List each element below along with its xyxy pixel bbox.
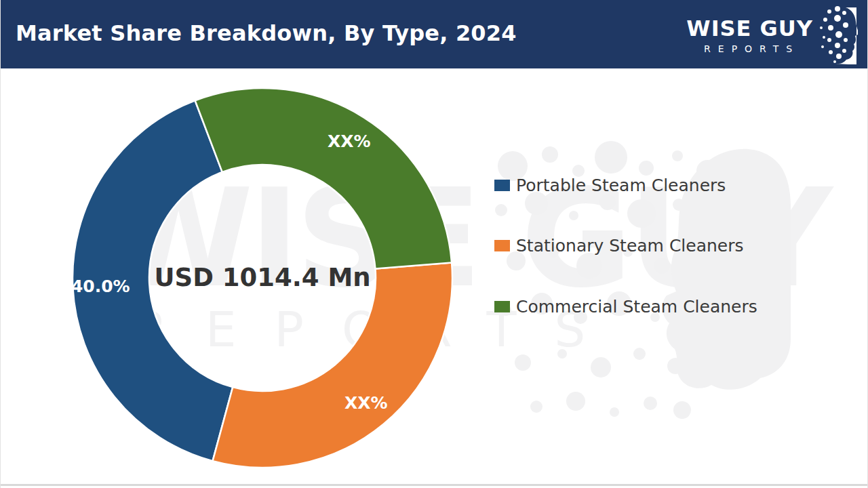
slice-percentage-label-2: XX% (344, 393, 388, 413)
slice-percentage-label-1: 40.0% (71, 277, 130, 296)
logo-subtext: REPORTS (704, 43, 800, 54)
donut-center-label: USD 1014.4 Mn (154, 263, 370, 292)
logo-wordmark: WISE GUY (686, 16, 813, 41)
legend-item-2: Stationary Steam Cleaners (494, 235, 744, 256)
brand-logo: WISE GUY REPORTS (686, 4, 858, 65)
legend-label-3: Commercial Steam Cleaners (516, 297, 757, 317)
page-title: Market Share Breakdown, By Type, 2024 (16, 20, 517, 46)
report-page: WISE GUY REPORTS Market Share Breakdown,… (0, 0, 868, 488)
legend-swatch-2 (494, 240, 510, 251)
logo-head-icon (814, 5, 858, 64)
header: Market Share Breakdown, By Type, 2024 WI… (1, 0, 868, 68)
legend-item-1: Portable Steam Cleaners (494, 175, 726, 195)
legend-swatch-1 (494, 180, 510, 191)
legend-item-3: Commercial Steam Cleaners (494, 296, 757, 317)
legend-label-1: Portable Steam Cleaners (516, 176, 726, 195)
donut-slice-3 (195, 88, 452, 269)
legend-swatch-3 (494, 301, 510, 312)
bottom-divider (1, 484, 868, 486)
legend-label-2: Stationary Steam Cleaners (516, 236, 744, 256)
slice-percentage-label-3: XX% (328, 131, 371, 151)
donut-slice-2 (213, 263, 452, 468)
